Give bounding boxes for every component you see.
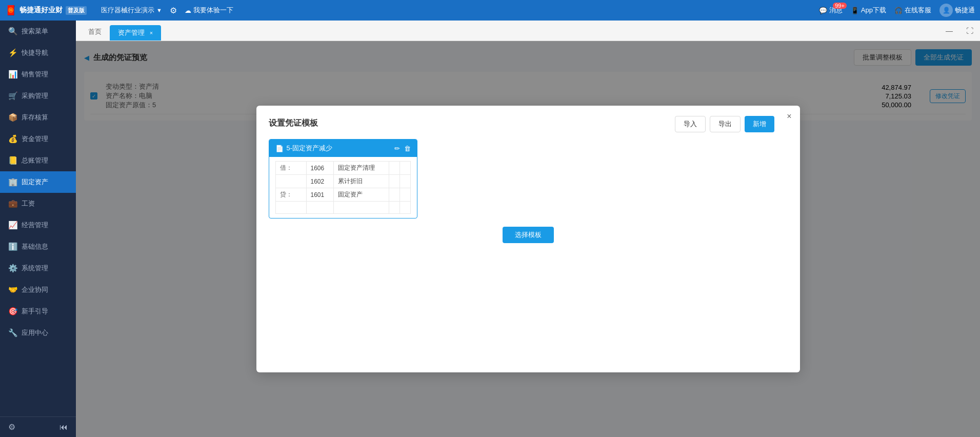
- entry-0-account: 固定资产清理: [333, 162, 389, 175]
- template-card-header: 📄 5-固定资产减少 ✏ 🗑: [269, 140, 417, 157]
- entry-0-direction: 借：: [275, 162, 306, 175]
- top-header: 🧧 畅捷通好业财 普及版 医疗器械行业演示 ▼ ⚙ ☁ 我要体验一下 💬 消息 …: [0, 0, 980, 21]
- sidebar-item-guide[interactable]: 🎯 新手引导: [0, 301, 76, 322]
- experience-label: 我要体验一下: [193, 6, 233, 15]
- sidebar-collapse-btn[interactable]: ⏮: [59, 423, 68, 432]
- entry-2-code: 1601: [306, 188, 333, 202]
- sidebar-item-basic-info[interactable]: ℹ️ 基础信息: [0, 236, 76, 257]
- sales-icon: 📊: [8, 70, 17, 79]
- entry-0-debit: [389, 162, 400, 175]
- app-name: 畅捷通好业财: [19, 6, 63, 15]
- minimize-icon: —: [946, 27, 953, 35]
- entry-row-2: 贷： 1601 固定资产: [275, 188, 410, 202]
- entry-2-account: 固定资产: [333, 188, 389, 202]
- dialog-toolbar: 导入 导出 新增: [675, 116, 774, 132]
- maximize-button[interactable]: ⛶: [959, 21, 980, 41]
- search-icon: 🔍: [8, 27, 17, 36]
- entry-0-credit: [399, 162, 410, 175]
- sidebar-item-sales[interactable]: 📊 销售管理: [0, 64, 76, 85]
- new-btn[interactable]: 新增: [745, 116, 774, 132]
- app-version: 普及版: [66, 6, 87, 15]
- entry-row-1: 1602 累计折旧: [275, 175, 410, 188]
- maximize-icon: ⛶: [966, 27, 973, 35]
- sidebar-label-basic-info: 基础信息: [22, 242, 48, 251]
- message-action[interactable]: 💬 消息 99+: [819, 6, 843, 15]
- app-center-icon: 🔧: [8, 328, 17, 337]
- sidebar-item-finance[interactable]: 💰 资金管理: [0, 128, 76, 150]
- template-doc-icon: 📄: [275, 145, 284, 152]
- app-logo: 🧧 畅捷通好业财 普及版: [5, 5, 87, 16]
- sidebar-item-collab[interactable]: 🤝 企业协同: [0, 279, 76, 301]
- system-icon: ⚙️: [8, 264, 17, 273]
- sidebar-item-system[interactable]: ⚙️ 系统管理: [0, 257, 76, 279]
- template-header-left: 📄 5-固定资产减少: [275, 144, 333, 153]
- sidebar-settings-btn[interactable]: ⚙: [8, 422, 15, 432]
- ledger-icon: 📒: [8, 156, 17, 165]
- sidebar-label-fixed-assets: 固定资产: [22, 177, 48, 187]
- entry-1-code: 1602: [306, 175, 333, 188]
- sidebar-item-operations[interactable]: 📈 经营管理: [0, 214, 76, 236]
- sidebar-item-quicknav[interactable]: ⚡ 快捷导航: [0, 42, 76, 64]
- basic-info-icon: ℹ️: [8, 242, 17, 251]
- entry-row-empty: [275, 202, 410, 214]
- sidebar-label-operations: 经营管理: [22, 221, 48, 230]
- tab-asset-management[interactable]: 资产管理 ×: [110, 25, 161, 41]
- collab-icon: 🤝: [8, 285, 17, 294]
- inventory-icon: 📦: [8, 113, 17, 122]
- sidebar-label-sales: 销售管理: [22, 70, 48, 79]
- sidebar-label-collab: 企业协同: [22, 285, 48, 294]
- sidebar-item-app-center[interactable]: 🔧 应用中心: [0, 322, 76, 344]
- sidebar-item-purchase[interactable]: 🛒 采购管理: [0, 85, 76, 107]
- entry-2-debit: [389, 188, 400, 202]
- sidebar-item-fixed-assets[interactable]: 🏢 固定资产: [0, 171, 76, 193]
- page-content: ◀ 生成的凭证预览 批量调整模板 全部生成凭证 ✓ 变动类型：资产清 资产名称：…: [76, 41, 980, 437]
- guide-icon: 🎯: [8, 307, 17, 316]
- minimize-button[interactable]: —: [939, 21, 959, 41]
- template-card-body: 借： 1606 固定资产清理 1602: [269, 157, 417, 218]
- sidebar-label-salary: 工资: [22, 199, 35, 208]
- select-template-btn[interactable]: 选择模板: [503, 227, 554, 243]
- sidebar-label-search: 搜索菜单: [22, 27, 48, 36]
- company-settings-btn[interactable]: ⚙: [166, 3, 181, 17]
- tab-home[interactable]: 首页: [80, 24, 110, 41]
- message-badge: 99+: [833, 3, 847, 9]
- sidebar-item-inventory[interactable]: 📦 库存核算: [0, 107, 76, 128]
- message-icon: 💬: [819, 7, 827, 14]
- company-selector[interactable]: 医疗器械行业演示 ▼: [101, 6, 162, 15]
- edit-template-btn[interactable]: ✏: [394, 145, 400, 152]
- fixed-assets-icon: 🏢: [8, 177, 17, 187]
- sidebar-item-search[interactable]: 🔍 搜索菜单: [0, 21, 76, 42]
- template-name: 5-固定资产减少: [287, 144, 333, 153]
- sidebar-label-finance: 资金管理: [22, 134, 48, 144]
- import-btn[interactable]: 导入: [675, 116, 706, 132]
- dialog: × 设置凭证模板 导入 导出 新增 📄: [256, 106, 800, 372]
- mobile-icon: 📱: [851, 7, 859, 14]
- online-service-action[interactable]: 🎧 在线客服: [894, 6, 931, 15]
- close-icon: ×: [787, 112, 791, 121]
- sidebar-label-inventory: 库存核算: [22, 113, 48, 122]
- app-download-label: App下载: [861, 6, 886, 15]
- entry-row-0: 借： 1606 固定资产清理: [275, 162, 410, 175]
- main-layout: 🔍 搜索菜单 ⚡ 快捷导航 📊 销售管理 🛒 采购管理 📦 库存核算 💰 资金管…: [0, 21, 980, 437]
- experience-button[interactable]: ☁ 我要体验一下: [185, 6, 233, 15]
- app-download-action[interactable]: 📱 App下载: [851, 6, 886, 15]
- cloud-icon: ☁: [185, 7, 191, 14]
- tab-close-btn[interactable]: ×: [150, 30, 153, 36]
- sidebar: 🔍 搜索菜单 ⚡ 快捷导航 📊 销售管理 🛒 采购管理 📦 库存核算 💰 资金管…: [0, 21, 76, 437]
- sidebar-label-purchase: 采购管理: [22, 91, 48, 101]
- user-action[interactable]: 👤 畅捷通: [939, 4, 975, 17]
- template-card: 📄 5-固定资产减少 ✏ 🗑: [269, 139, 417, 218]
- header-left: 🧧 畅捷通好业财 普及版 医疗器械行业演示 ▼ ⚙ ☁ 我要体验一下: [5, 3, 233, 17]
- purchase-icon: 🛒: [8, 91, 17, 101]
- export-btn[interactable]: 导出: [710, 116, 741, 132]
- sidebar-item-ledger[interactable]: 📒 总账管理: [0, 150, 76, 171]
- operations-icon: 📈: [8, 221, 17, 230]
- dialog-close-btn[interactable]: ×: [787, 112, 791, 121]
- finance-icon: 💰: [8, 134, 17, 144]
- delete-template-btn[interactable]: 🗑: [404, 145, 411, 152]
- entry-0-code: 1606: [306, 162, 333, 175]
- sidebar-label-app-center: 应用中心: [22, 328, 48, 337]
- entry-2-direction: 贷：: [275, 188, 306, 202]
- sidebar-item-salary[interactable]: 💼 工资: [0, 193, 76, 214]
- header-right: 💬 消息 99+ 📱 App下载 🎧 在线客服 👤 畅捷通: [819, 4, 975, 17]
